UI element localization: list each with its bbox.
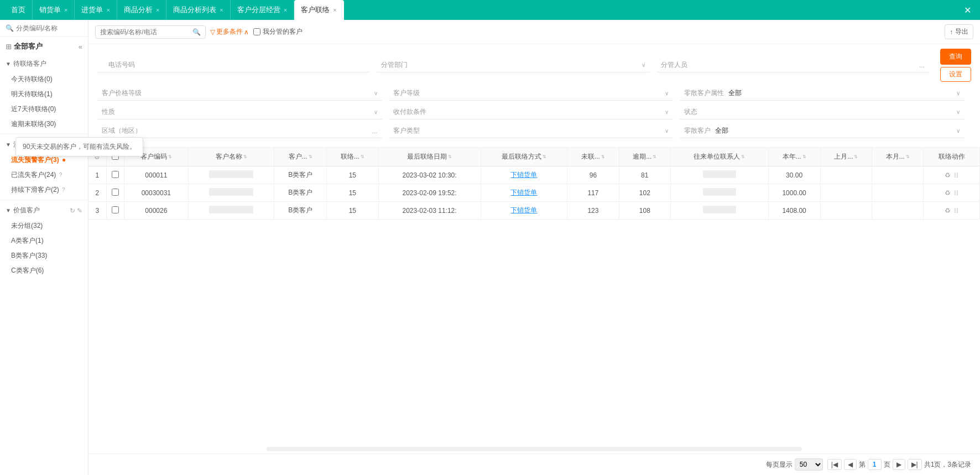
field-nature[interactable]: 性质 ∨ <box>97 105 382 119</box>
first-page-button[interactable]: |◀ <box>827 459 842 470</box>
last-page-button[interactable]: ▶| <box>908 459 922 470</box>
row-checkbox-2[interactable] <box>112 206 119 213</box>
cell-index: 2 <box>88 184 106 202</box>
horizontal-scrollbar[interactable] <box>267 447 801 451</box>
sidebar-search-container: 🔍 <box>0 20 88 37</box>
cell-checkbox[interactable] <box>106 184 124 202</box>
row-checkbox-1[interactable] <box>112 189 119 196</box>
field-phone: 电话号码 <box>97 58 370 72</box>
field-payment[interactable]: 收付款条件 ∨ <box>389 105 674 119</box>
cell-checkbox[interactable] <box>106 202 124 220</box>
sidebar-item-already-lost[interactable]: 已流失客户(24) ? <box>0 168 88 182</box>
field-region[interactable]: 区域（地区） ... <box>97 124 382 138</box>
filter-search-icon[interactable]: 🔍 <box>192 28 201 36</box>
cell-actions[interactable]: ♻ ⁞⁞ <box>924 166 980 184</box>
col-company-contact-sort-icon: ⇅ <box>741 154 745 159</box>
cell-checkbox[interactable] <box>106 166 124 184</box>
sidebar-all-customers[interactable]: ⊞ 全部客户 « <box>0 37 88 56</box>
tab-home[interactable]: 首页 <box>4 0 33 20</box>
col-last-method[interactable]: 最后联络方式 ⇅ <box>481 148 567 166</box>
col-name[interactable]: 客户名称 ⇅ <box>189 148 274 166</box>
query-button[interactable]: 查询 <box>940 49 971 65</box>
last-method-link[interactable]: 下销货单 <box>510 189 537 196</box>
col-type[interactable]: 客户... ⇅ <box>274 148 327 166</box>
action-refresh-icon[interactable]: ♻ <box>945 171 951 179</box>
field-customer-type[interactable]: 客户类型 ∨ <box>389 124 674 138</box>
sidebar-item-tomorrow-pending[interactable]: 明天待联络(1) <box>0 87 88 102</box>
tab-customer-link[interactable]: 客户联络 × <box>294 0 343 20</box>
action-more-icon[interactable]: ⁞⁞ <box>954 171 958 179</box>
action-more-icon[interactable]: ⁞⁞ <box>954 207 958 215</box>
sidebar-item-class-b[interactable]: B类客户(33) <box>0 248 88 263</box>
tab-purchase[interactable]: 进货单 × <box>75 0 117 20</box>
sidebar-item-ungrouped[interactable]: 未分组(32) <box>0 218 88 233</box>
filter-my-customers[interactable]: 我分管的客户 <box>253 27 303 36</box>
tab-close-analysis-list[interactable]: × <box>220 7 223 13</box>
field-manager-dots[interactable]: ... <box>919 61 925 69</box>
col-last-month[interactable]: 上月... ⇅ <box>820 148 872 166</box>
tab-close-customer-link[interactable]: × <box>333 7 336 13</box>
filter-more-conditions[interactable]: ▽ 更多条件 ∧ <box>210 27 249 36</box>
sidebar-item-overdue[interactable]: 逾期未联络(30) <box>0 117 88 132</box>
sidebar-search-input[interactable] <box>16 24 82 32</box>
field-phone-label: 电话号码 <box>102 60 135 70</box>
cell-actions[interactable]: ♻ ⁞⁞ <box>924 184 980 202</box>
field-retail-customer[interactable]: 零散客户 全部 ∨ <box>680 124 965 138</box>
last-method-link[interactable]: 下销货单 <box>510 171 537 179</box>
prev-page-button[interactable]: ◀ <box>844 459 857 470</box>
next-page-button[interactable]: ▶ <box>893 459 905 470</box>
col-overdue[interactable]: 逾期... ⇅ <box>619 148 670 166</box>
sidebar-item-7day-pending[interactable]: 近7天待联络(0) <box>0 102 88 117</box>
cell-actions[interactable]: ♻ ⁞⁞ <box>924 202 980 220</box>
cell-last-method[interactable]: 下销货单 <box>481 184 567 202</box>
tab-close-analysis[interactable]: × <box>156 7 159 13</box>
sidebar-item-declining[interactable]: 持续下滑客户(2) ? <box>0 182 88 197</box>
tab-close-customer-tier[interactable]: × <box>284 7 287 13</box>
tab-close-purchase[interactable]: × <box>106 7 110 13</box>
action-more-icon[interactable]: ⁞⁞ <box>954 189 958 197</box>
cell-last-method[interactable]: 下销货单 <box>481 166 567 184</box>
row-checkbox-0[interactable] <box>112 171 119 178</box>
field-retail-attr[interactable]: 零散客户属性 全部 ∨ <box>680 86 965 101</box>
tab-close-sales[interactable]: × <box>64 7 67 13</box>
tab-analysis[interactable]: 商品分析 × <box>117 0 166 20</box>
value-edit-icon[interactable]: ✎ <box>77 207 82 215</box>
table-row: 3 000026 B类客户 15 2023-02-03 11:12: 下销货单 … <box>88 202 980 220</box>
sidebar-item-class-a[interactable]: A类客户(1) <box>0 233 88 248</box>
field-customer-tier[interactable]: 客户等级 ∨ <box>389 86 674 101</box>
last-method-link[interactable]: 下销货单 <box>510 206 537 214</box>
cell-name <box>189 184 274 202</box>
field-dept[interactable]: 分管部门 ∨ <box>377 58 649 72</box>
action-refresh-icon[interactable]: ♻ <box>945 207 951 215</box>
sidebar-section-value[interactable]: ▼ 价值客户 ↻ ✎ <box>0 202 88 218</box>
sidebar-item-class-c[interactable]: C类客户(6) <box>0 263 88 278</box>
field-price-tier[interactable]: 客户价格等级 ∨ <box>97 86 382 101</box>
col-company-contact[interactable]: 往来单位联系人 ⇅ <box>670 148 768 166</box>
col-uncontacted[interactable]: 未联... ⇅ <box>567 148 619 166</box>
field-status[interactable]: 状态 ∨ <box>680 105 965 119</box>
my-customers-checkbox[interactable] <box>253 28 260 35</box>
col-contact[interactable]: 联络... ⇅ <box>327 148 378 166</box>
field-region-dots[interactable]: ... <box>372 127 378 135</box>
cell-last-method[interactable]: 下销货单 <box>481 202 567 220</box>
action-refresh-icon[interactable]: ♻ <box>945 189 951 197</box>
export-button[interactable]: ↑ 导出 <box>945 24 973 39</box>
page-size-select[interactable]: 50 100 200 <box>795 458 823 471</box>
value-refresh-icon[interactable]: ↻ <box>70 207 75 215</box>
field-manager[interactable]: 分管人员 ... <box>656 58 929 72</box>
sidebar-collapse-icon[interactable]: « <box>79 43 82 51</box>
sidebar-section-pending[interactable]: ▼ 待联络客户 <box>0 56 88 72</box>
col-this-month[interactable]: 本月... ⇅ <box>872 148 923 166</box>
tab-customer-tier[interactable]: 客户分层经营 × <box>231 0 294 20</box>
filter-search-input[interactable] <box>100 28 192 36</box>
col-last-date[interactable]: 最后联络日期 ⇅ <box>378 148 481 166</box>
cell-contact: 15 <box>327 184 378 202</box>
window-close-button[interactable]: ✕ <box>960 5 976 15</box>
col-this-year[interactable]: 本年... ⇅ <box>768 148 820 166</box>
tab-analysis-list[interactable]: 商品分析列表 × <box>166 0 230 20</box>
tab-sales[interactable]: 销货单 × <box>33 0 75 20</box>
table-body: 1 000011 B类客户 15 2023-03-02 10:30: 下销货单 … <box>88 166 980 220</box>
field-phone-input[interactable] <box>139 61 366 69</box>
sidebar-item-today-pending[interactable]: 今天待联络(0) <box>0 72 88 87</box>
settings-button[interactable]: 设置 <box>940 67 971 82</box>
